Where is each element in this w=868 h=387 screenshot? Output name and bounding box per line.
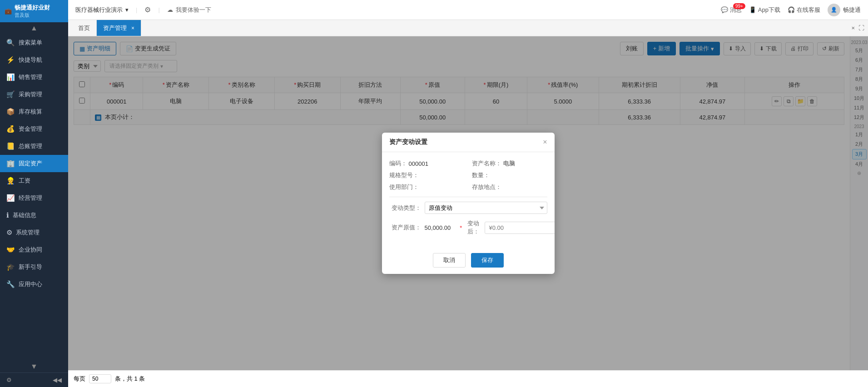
- sidebar-item-purchase[interactable]: 🛒 采购管理: [0, 86, 68, 103]
- modal-quantity-label: 数量：: [472, 171, 490, 179]
- modal-spec-label: 规格型号：: [389, 171, 419, 179]
- sidebar-bottom-controls: ⚙ ◀◀: [0, 372, 68, 387]
- sidebar-label-finance: 资金管理: [19, 125, 42, 133]
- sidebar-item-system[interactable]: ⚙ 系统管理: [0, 224, 68, 241]
- customer-service-button[interactable]: 🎧 在线客服: [788, 6, 820, 14]
- per-page-select[interactable]: 50 100: [89, 374, 111, 383]
- operations-icon: 📈: [6, 194, 15, 202]
- sidebar-item-basic-info[interactable]: ℹ 基础信息: [0, 207, 68, 224]
- app-name: 畅捷通好业财: [15, 4, 50, 12]
- expand-icon[interactable]: ⛶: [858, 25, 864, 31]
- finance-icon: 💰: [6, 125, 15, 133]
- company-selector[interactable]: 医疗器械行业演示 ▾: [75, 6, 129, 14]
- enterprise-icon: 🤝: [6, 246, 15, 254]
- tab-home[interactable]: 首页: [72, 20, 97, 36]
- quicknav-icon: ⚡: [6, 56, 15, 64]
- modal-code-field: 编码： 000001: [389, 159, 465, 168]
- sidebar-scroll-down[interactable]: ▼: [0, 361, 68, 372]
- modal-spec-field: 规格型号：: [389, 171, 465, 179]
- sidebar-label-quicknav: 快捷导航: [19, 56, 42, 64]
- sales-icon: 📊: [6, 73, 15, 81]
- customer-service-label: 在线客服: [797, 6, 820, 14]
- sidebar-label-basic-info: 基础信息: [13, 211, 36, 219]
- modal-asset-value-label: 资产原值：: [389, 223, 421, 232]
- modal-close-btn[interactable]: ×: [543, 138, 547, 146]
- sidebar-item-ledger[interactable]: 📒 总账管理: [0, 138, 68, 155]
- after-change-label: 变动后：: [467, 219, 479, 236]
- tab-asset-management[interactable]: 资产管理 ×: [97, 20, 141, 36]
- tabbar: 首页 资产管理 × × ⛶: [68, 20, 868, 36]
- collapse-icon[interactable]: ◀◀: [53, 377, 62, 383]
- tab-asset-label: 资产管理: [103, 24, 127, 32]
- sidebar-label-guide: 新手引导: [19, 263, 42, 271]
- sidebar-label-purchase: 采购管理: [19, 90, 42, 99]
- tab-home-label: 首页: [78, 24, 90, 32]
- sidebar-item-operations[interactable]: 📈 经营管理: [0, 189, 68, 207]
- tab-close-icon[interactable]: ×: [131, 25, 134, 31]
- sidebar-item-guide[interactable]: 🎓 新手引导: [0, 258, 68, 276]
- sidebar-scroll-up[interactable]: ▲: [0, 22, 68, 34]
- sidebar-label-ledger: 总账管理: [19, 142, 42, 150]
- sidebar-label-system: 系统管理: [16, 228, 40, 237]
- change-type-select[interactable]: 原值变动: [425, 202, 547, 214]
- modal-code-label: 编码：: [389, 159, 407, 168]
- save-button[interactable]: 保存: [471, 253, 504, 268]
- settings-icon[interactable]: ⚙: [6, 377, 12, 383]
- guide-icon: 🎓: [6, 263, 15, 271]
- sidebar-item-sales[interactable]: 📊 销售管理: [0, 69, 68, 86]
- modal-overlay: 资产变动设置 × 编码： 000001 资产名称： 电脑: [68, 36, 868, 370]
- sidebar-item-apps[interactable]: 🔧 应用中心: [0, 276, 68, 293]
- modal-dept-label: 使用部门：: [389, 183, 419, 191]
- required-star: *: [460, 224, 462, 231]
- modal-asset-name-field: 资产名称： 电脑: [472, 159, 547, 168]
- sidebar-item-fixed-assets[interactable]: 🏢 固定资产: [0, 155, 68, 172]
- modal-dept-field: 使用部门：: [389, 183, 465, 191]
- modal-quantity-field: 数量：: [472, 171, 547, 179]
- app-download-label: App下载: [758, 6, 780, 14]
- topbar-settings-icon[interactable]: ⚙: [144, 5, 151, 14]
- topbar-right: 💬 消息 99+ 📱 App下载 🎧 在线客服 👤 畅捷通: [721, 4, 861, 16]
- sidebar-label-payroll: 工资: [19, 177, 30, 185]
- search-icon: 🔍: [6, 39, 15, 47]
- pagination: 每页 50 100 条，共 1 条: [68, 370, 868, 387]
- download-icon: 📱: [749, 6, 756, 13]
- sidebar: 💼 畅捷通好业财 普及版 ▲ 🔍 搜索菜单 ⚡ 快捷导航 📊 销售管理 🛒 采购…: [0, 0, 68, 387]
- ledger-icon: 📒: [6, 142, 15, 150]
- per-page-label: 每页: [74, 375, 85, 383]
- modal-location-field: 存放地点：: [472, 183, 547, 191]
- payroll-icon: 👷: [6, 177, 15, 185]
- experience-text: 我要体验一下: [176, 6, 211, 14]
- sidebar-item-enterprise[interactable]: 🤝 企业协同: [0, 241, 68, 258]
- username: 畅捷通: [843, 6, 861, 14]
- cloud-icon: ☁: [167, 6, 173, 13]
- modal-asset-value-display: 50,000.00: [425, 224, 451, 231]
- sidebar-item-payroll[interactable]: 👷 工资: [0, 172, 68, 189]
- close-tab-icon[interactable]: ×: [851, 25, 855, 31]
- basic-info-icon: ℹ: [6, 211, 9, 219]
- inventory-icon: 📦: [6, 108, 15, 116]
- sidebar-label-fixed-assets: 固定资产: [19, 159, 42, 168]
- sidebar-item-finance[interactable]: 💰 资金管理: [0, 120, 68, 138]
- sidebar-label-search: 搜索菜单: [19, 39, 42, 47]
- app-edition: 普及版: [15, 12, 50, 19]
- app-download-button[interactable]: 📱 App下载: [749, 6, 780, 14]
- sidebar-item-inventory[interactable]: 📦 库存核算: [0, 103, 68, 120]
- messages-badge: 99+: [733, 3, 745, 9]
- sidebar-label-enterprise: 企业协同: [19, 246, 42, 254]
- fixed-assets-icon: 🏢: [6, 159, 15, 168]
- total-label: 条，共 1 条: [115, 375, 145, 383]
- company-dropdown-icon: ▾: [125, 6, 129, 13]
- modal-divider: [389, 197, 547, 197]
- service-icon: 🎧: [788, 6, 795, 13]
- avatar: 👤: [828, 4, 840, 16]
- after-change-input[interactable]: [485, 222, 554, 234]
- sidebar-item-quicknav[interactable]: ⚡ 快捷导航: [0, 51, 68, 69]
- experience-button[interactable]: ☁ 我要体验一下: [167, 6, 211, 14]
- user-profile[interactable]: 👤 畅捷通: [828, 4, 861, 16]
- sidebar-item-search[interactable]: 🔍 搜索菜单: [0, 34, 68, 51]
- messages-button[interactable]: 💬 消息 99+: [721, 6, 742, 14]
- cancel-button[interactable]: 取消: [433, 253, 466, 268]
- sidebar-label-apps: 应用中心: [19, 280, 42, 288]
- sidebar-label-sales: 销售管理: [19, 73, 42, 81]
- content-area: ▦ 资产明细 📄 变更生成凭证 刘账 + 新增 批量操作 ▾: [68, 36, 868, 370]
